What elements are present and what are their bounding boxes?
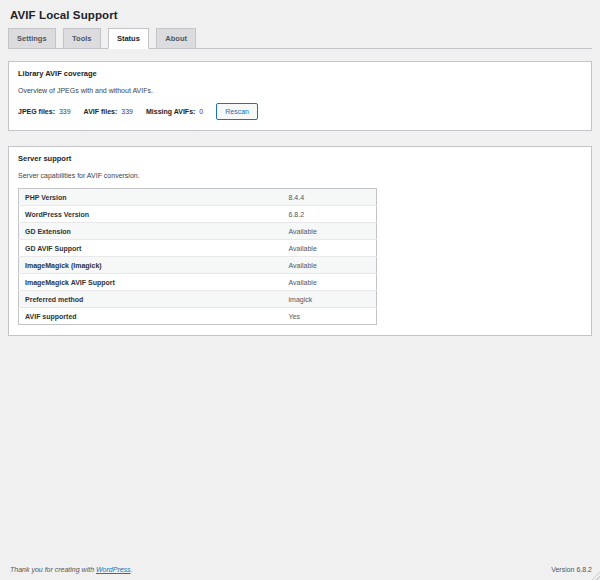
row-label: Preferred method — [19, 291, 283, 308]
admin-page: AVIF Local Support Settings Tools Status… — [0, 0, 600, 336]
server-support-card: Server support Server capabilities for A… — [8, 146, 592, 336]
coverage-stats-row: JPEG files: 339 AVIF files: 339 Missing … — [18, 103, 582, 120]
row-label: ImageMagick (Imagick) — [19, 257, 283, 274]
stat-avif-files: AVIF files: 339 — [84, 108, 133, 115]
row-label: ImageMagick AVIF Support — [19, 274, 283, 291]
row-value: Available — [283, 274, 377, 291]
row-value: Available — [283, 223, 377, 240]
row-value: imagick — [283, 291, 377, 308]
wordpress-link[interactable]: WordPress — [96, 566, 131, 573]
server-capabilities-table: PHP Version 8.4.4 WordPress Version 6.8.… — [18, 188, 377, 325]
table-row: GD Extension Available — [19, 223, 377, 240]
footer-thanks-prefix: Thank you for creating with — [10, 566, 96, 573]
stat-avif-files-value: 339 — [121, 108, 133, 115]
row-label: WordPress Version — [19, 206, 283, 223]
table-row: WordPress Version 6.8.2 — [19, 206, 377, 223]
library-coverage-card: Library AVIF coverage Overview of JPEGs … — [8, 61, 592, 131]
stat-jpeg-files-value: 339 — [59, 108, 71, 115]
row-label: GD Extension — [19, 223, 283, 240]
admin-footer: Thank you for creating with WordPress. V… — [0, 556, 600, 580]
row-value: Available — [283, 257, 377, 274]
row-value: Available — [283, 240, 377, 257]
server-card-heading: Server support — [18, 154, 582, 163]
table-row: Preferred method imagick — [19, 291, 377, 308]
footer-version: Version 6.8.2 — [551, 566, 592, 573]
row-label: AVIF supported — [19, 308, 283, 325]
stat-missing-avifs: Missing AVIFs: 0 — [146, 108, 203, 115]
row-value: 8.4.4 — [283, 189, 377, 206]
page-title: AVIF Local Support — [8, 0, 592, 21]
tab-bar: Settings Tools Status About — [8, 28, 592, 49]
tab-about[interactable]: About — [156, 28, 196, 48]
table-row: AVIF supported Yes — [19, 308, 377, 325]
tab-status[interactable]: Status — [108, 28, 149, 49]
table-row: ImageMagick (Imagick) Available — [19, 257, 377, 274]
rescan-button[interactable]: Rescan — [216, 103, 258, 120]
server-card-description: Server capabilities for AVIF conversion. — [18, 172, 582, 179]
stat-jpeg-files-label: JPEG files: — [18, 108, 55, 115]
stat-avif-files-label: AVIF files: — [84, 108, 118, 115]
coverage-card-description: Overview of JPEGs with and without AVIFs… — [18, 87, 582, 94]
row-label: GD AVIF Support — [19, 240, 283, 257]
row-value: Yes — [283, 308, 377, 325]
coverage-card-heading: Library AVIF coverage — [18, 69, 582, 78]
tab-settings[interactable]: Settings — [8, 28, 56, 48]
table-row: GD AVIF Support Available — [19, 240, 377, 257]
footer-thanks-text: Thank you for creating with WordPress. — [10, 566, 133, 573]
footer-thanks-suffix: . — [131, 566, 133, 573]
row-label: PHP Version — [19, 189, 283, 206]
table-row: PHP Version 8.4.4 — [19, 189, 377, 206]
stat-missing-avifs-label: Missing AVIFs: — [146, 108, 195, 115]
stat-missing-avifs-value: 0 — [199, 108, 203, 115]
tab-tools[interactable]: Tools — [63, 28, 100, 48]
table-row: ImageMagick AVIF Support Available — [19, 274, 377, 291]
stat-jpeg-files: JPEG files: 339 — [18, 108, 71, 115]
row-value: 6.8.2 — [283, 206, 377, 223]
